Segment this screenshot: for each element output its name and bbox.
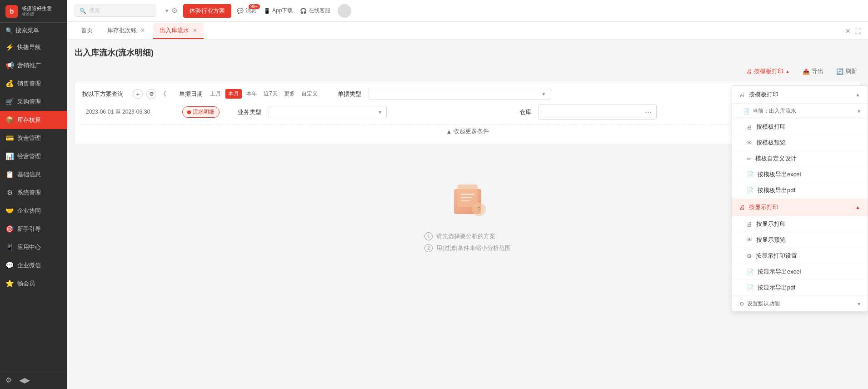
dropdown-item-display-settings[interactable]: ⚙ 按显示打印设置 [732,248,868,264]
dropdown-display-header[interactable]: 🖨 按显示打印 ▲ [732,199,868,216]
doc-type-label: 单据类型 [338,90,361,98]
sidebar-search[interactable]: 🔍 搜索菜单 [0,23,67,38]
sidebar-item-wechat[interactable]: 💬 企业微信 [0,256,67,274]
sidebar-item-purchase[interactable]: 🛒 采购管理 [0,93,67,111]
app-icon: 📱 [264,8,270,14]
date-preset-custom[interactable]: 自定义 [299,89,319,99]
business-type-filter: 业务类型 ▾ [238,106,505,118]
sidebar-item-finance[interactable]: 💳 资金管理 [0,129,67,147]
date-preset-this-month[interactable]: 本月 [225,89,242,99]
dropdown-item-template-custom[interactable]: ✏ 模板自定义设计 [732,151,868,167]
filter-settings-btn[interactable]: ⚙ [146,89,156,99]
user-avatar[interactable] [338,4,351,18]
empty-steps-list: 1 请先选择要分析的方案 2 用[过滤]条件来缩小分析范围 [424,232,510,256]
topbar-search-box[interactable]: 🔍 搜索 [75,5,156,17]
warehouse-select[interactable]: ··· [539,105,657,120]
tab-batch-close[interactable]: ✕ [140,27,145,34]
search-icon: 🔍 [5,27,13,34]
dropdown-footer-label: 设置默认功能 [747,300,780,308]
filter-tag-item[interactable]: 流水明细 [182,106,219,118]
sidebar-item-enterprise[interactable]: 🤝 企业协同 [0,202,67,220]
dropdown-template-header[interactable]: 🖨 按模板打印 ▲ [732,86,868,104]
sales-icon: 💰 [5,80,14,88]
date-preset-last-month[interactable]: 上月 [208,89,223,99]
message-btn[interactable]: 💬 消息 99+ [237,7,256,15]
tab-batch[interactable]: 库存批次账 ✕ [101,23,151,39]
sidebar-item-basic-info[interactable]: 📋 基础信息 [0,165,67,184]
sidebar-settings-icon[interactable]: ⚙ [5,376,12,384]
sidebar-collapse-icon[interactable]: ◀▶ [19,376,30,384]
svg-text:?: ? [477,206,481,213]
page-content: 出入库流水(流水明细) 🖨 按模板打印 ▲ 📤 导出 🔄 刷新 按以下方案查询 [67,40,868,389]
dropdown-item-template-preview[interactable]: 👁 按模板预览 [732,135,868,151]
business-type-select[interactable]: ▾ [269,106,387,118]
filter-tag-dot [187,110,191,114]
industry-btn[interactable]: 体验行业方案 [183,4,231,18]
sidebar-item-sales[interactable]: 💰 销售管理 [0,75,67,93]
online-service-btn[interactable]: 🎧 在线客服 [300,7,330,15]
template-preview-icon: 👁 [747,140,753,146]
display-excel-icon: 📄 [747,269,754,275]
date-preset-more[interactable]: 更多 [282,89,297,99]
print-template-btn[interactable]: 🖨 按模板打印 ▲ [743,65,793,77]
sidebar-item-operations[interactable]: 📊 经营管理 [0,147,67,165]
topbar-dropdown-icon[interactable]: ▾ [165,7,169,14]
doc-type-select[interactable]: ▾ [369,88,550,100]
refresh-btn[interactable]: 🔄 刷新 [833,65,861,77]
topbar-gear-icon[interactable]: ⚙ [171,6,178,15]
tabs-bar: 首页 库存批次账 ✕ 出入库流水 ✕ ✕ ⛶ [67,22,868,40]
topbar-search-icon: 🔍 [80,8,86,14]
tab-expand-icon[interactable]: ⛶ [854,27,861,35]
date-preset-7days[interactable]: 近7天 [262,89,279,99]
sidebar-item-marketing[interactable]: 📢 营销推广 [0,56,67,75]
refresh-icon: 🔄 [836,68,843,75]
template-print-icon: 🖨 [747,124,753,130]
empty-illustration: ? [445,178,490,223]
sidebar-item-system[interactable]: ⚙ 系统管理 [0,184,67,202]
filter-collapse-btn[interactable]: 《 [160,90,166,98]
filter-add-btn[interactable]: + [133,89,143,99]
dropdown-top-scroll[interactable]: ▲ [855,92,860,97]
dropdown-item-display-excel[interactable]: 📄 按显示导出excel [732,264,868,280]
warehouse-label: 仓库 [519,108,531,116]
dropdown-item-template-pdf[interactable]: 📄 按模板导出pdf [732,183,868,199]
empty-step-1: 1 请先选择要分析的方案 [424,232,510,240]
app-download-btn[interactable]: 📱 App下载 [264,7,293,15]
filter-tag-label: 流水明细 [193,108,215,116]
svg-rect-2 [461,194,474,195]
topbar-icons: 💬 消息 99+ 📱 App下载 🎧 在线客服 [237,4,351,18]
dropdown-item-display-pdf[interactable]: 📄 按显示导出pdf [732,280,868,296]
dropdown-current-template[interactable]: 📄 当前：出入库流水 ▾ [732,104,868,119]
dropdown-footer-arrow: ▾ [858,301,860,307]
sidebar-item-app-center[interactable]: 📱 应用中心 [0,238,67,256]
business-type-label: 业务类型 [238,108,261,116]
sidebar-item-quick-nav[interactable]: ⚡ 快捷导航 [0,38,67,56]
dropdown-footer[interactable]: ⚙ 设置默认功能 ▾ [732,296,868,311]
export-btn[interactable]: 📤 导出 [799,65,827,77]
collapse-arrow-icon: ▲ [446,128,452,135]
dropdown-item-display-preview[interactable]: 👁 按显示预览 [732,232,868,248]
tab-home[interactable]: 首页 [75,23,99,39]
print-chevron-up: ▲ [785,69,790,74]
sidebar-item-guide[interactable]: 🎯 新手引导 [0,220,67,238]
sidebar-item-member[interactable]: ⭐ 畅会员 [0,274,67,293]
dropdown-item-template-excel[interactable]: 📄 按模板导出excel [732,167,868,183]
warehouse-more-btn[interactable]: ··· [645,107,652,117]
tab-flow[interactable]: 出入库流水 ✕ [153,23,204,39]
filter-actions: + ⚙ 《 [133,89,166,99]
logo-icon: b [5,5,18,18]
svg-rect-3 [461,197,472,198]
doc-type-arrow: ▾ [542,90,545,97]
dropdown-item-template-print[interactable]: 🖨 按模板打印 [732,119,868,135]
date-preset-this-year[interactable]: 本年 [244,89,259,99]
dropdown-item-display-print[interactable]: 🖨 按显示打印 [732,216,868,232]
sidebar-nav: ⚡ 快捷导航 📢 营销推广 💰 销售管理 🛒 采购管理 📦 库存核算 💳 资金管… [0,38,67,371]
display-pdf-icon: 📄 [747,284,754,291]
system-icon: ⚙ [5,189,14,197]
tab-flow-close[interactable]: ✕ [193,27,197,34]
sidebar-item-inventory[interactable]: 📦 库存核算 [0,111,67,129]
wechat-icon: 💬 [5,261,14,269]
tab-close-all-icon[interactable]: ✕ [845,27,851,35]
template-custom-icon: ✏ [747,155,752,162]
svg-rect-4 [461,200,470,201]
